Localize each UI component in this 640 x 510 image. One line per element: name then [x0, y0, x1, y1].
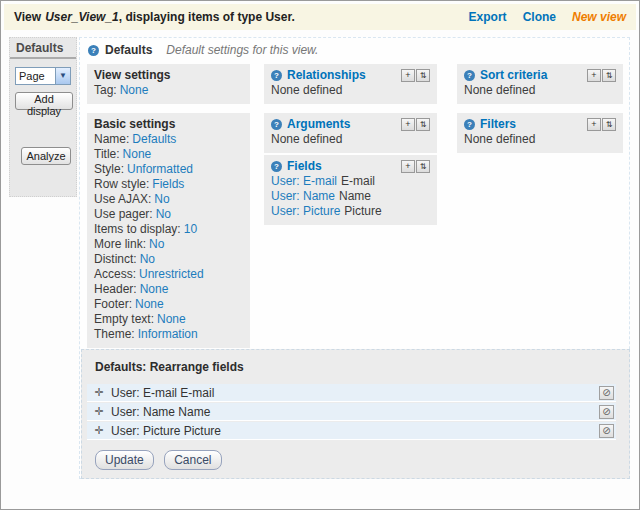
add-icon[interactable]: + [401, 160, 415, 173]
rearrange-icon[interactable]: ⇅ [416, 118, 430, 131]
help-icon[interactable]: ? [464, 70, 475, 81]
field-item: User: NameName [271, 189, 430, 204]
setting-label: Name: [94, 132, 129, 146]
remove-icon[interactable]: ⊘ [599, 386, 614, 400]
section-title: Defaults [105, 43, 152, 57]
setting-label: Distinct: [94, 252, 137, 266]
help-icon[interactable]: ? [271, 119, 282, 130]
rearrange-icon[interactable]: ⇅ [416, 69, 430, 82]
view-action-links: Export Clone New view [469, 10, 626, 24]
setting-value-link[interactable]: 10 [184, 222, 197, 236]
setting-label: Items to display: [94, 222, 181, 236]
new-view-link[interactable]: New view [572, 10, 626, 24]
update-button[interactable]: Update [95, 450, 154, 470]
filters-link[interactable]: Filters [480, 117, 516, 132]
field-link[interactable]: User: E-mail [271, 174, 337, 188]
setting-label: Row style: [94, 177, 149, 191]
view-name: User_View_1 [45, 10, 119, 24]
drag-handle-icon[interactable]: ✛ [87, 386, 111, 399]
field-link[interactable]: User: Picture [271, 204, 340, 218]
field-link[interactable]: User: Name [271, 189, 335, 203]
tab-defaults[interactable]: Defaults [10, 38, 76, 59]
setting-value-link[interactable]: No [156, 207, 171, 221]
help-icon[interactable]: ? [271, 161, 282, 172]
setting-value-link[interactable]: None [120, 83, 149, 97]
field-label-text: E-mail [341, 174, 375, 188]
field-label-text: Picture [344, 204, 381, 218]
setting-value-link[interactable]: Information [138, 327, 198, 341]
basic-settings-title: Basic settings [94, 117, 243, 132]
setting-row: Name:Defaults [94, 132, 243, 147]
setting-row: Header:None [94, 282, 243, 297]
add-icon[interactable]: + [587, 118, 601, 131]
setting-value-link[interactable]: Unformatted [127, 162, 193, 176]
setting-row: Distinct:No [94, 252, 243, 267]
add-icon[interactable]: + [401, 69, 415, 82]
display-type-select[interactable]: Page ▼ [15, 67, 71, 85]
views-edit-page: ViewUser_View_1, displaying items of typ… [0, 0, 640, 510]
setting-value-link[interactable]: Fields [152, 177, 184, 191]
setting-label: Access: [94, 267, 136, 281]
setting-row: Empty text:None [94, 312, 243, 327]
rearrange-icon[interactable]: ⇅ [602, 118, 616, 131]
setting-row: Tag:None [94, 83, 243, 98]
setting-label: Footer: [94, 297, 132, 311]
table-row: ✛ User: Picture Picture ⊘ [87, 422, 616, 440]
setting-label: Empty text: [94, 312, 154, 326]
panel-head: ? Sort criteria + ⇅ [464, 68, 616, 83]
table-row: ✛ User: E-mail E-mail ⊘ [87, 384, 616, 402]
field-label-text: Name [339, 189, 371, 203]
empty-text: None defined [271, 83, 430, 98]
help-icon[interactable]: ? [271, 70, 282, 81]
display-settings-panel: ? Defaults Default settings for this vie… [79, 37, 630, 479]
setting-row: Row style:Fields [94, 177, 243, 192]
fields-link[interactable]: Fields [287, 159, 322, 174]
drag-handle-icon[interactable]: ✛ [87, 405, 111, 418]
setting-label: Style: [94, 162, 124, 176]
empty-text: None defined [464, 132, 616, 147]
panel-title: ? Sort criteria [464, 68, 547, 83]
setting-value-link[interactable]: No [140, 252, 155, 266]
setting-value-link[interactable]: No [149, 237, 164, 251]
setting-value-link[interactable]: None [123, 147, 152, 161]
setting-value-link[interactable]: None [157, 312, 186, 326]
arguments-link[interactable]: Arguments [287, 117, 350, 132]
help-icon[interactable]: ? [88, 45, 99, 56]
cancel-button[interactable]: Cancel [164, 450, 221, 470]
rearrange-icon[interactable]: ⇅ [416, 160, 430, 173]
add-display-button[interactable]: Add display [15, 92, 73, 110]
setting-row: Title:None [94, 147, 243, 162]
rearrange-fields-form: Defaults: Rearrange fields ✛ User: E-mai… [81, 349, 630, 479]
rearrange-icon[interactable]: ⇅ [602, 69, 616, 82]
rearrange-title: Defaults: Rearrange fields [82, 350, 629, 384]
add-icon[interactable]: + [587, 69, 601, 82]
clone-link[interactable]: Clone [523, 10, 556, 24]
form-actions: Update Cancel [82, 441, 629, 470]
sort-criteria-link[interactable]: Sort criteria [480, 68, 547, 83]
analyze-button[interactable]: Analyze [21, 147, 71, 165]
remove-icon[interactable]: ⊘ [599, 424, 614, 438]
relationships-link[interactable]: Relationships [287, 68, 366, 83]
setting-value-link[interactable]: None [140, 282, 169, 296]
drag-handle-icon[interactable]: ✛ [87, 424, 111, 437]
setting-row: Use pager:No [94, 207, 243, 222]
add-icon[interactable]: + [401, 118, 415, 131]
setting-value-link[interactable]: No [154, 192, 169, 206]
sort-criteria-box: ? Sort criteria + ⇅ None defined [457, 64, 623, 104]
setting-label: Theme: [94, 327, 135, 341]
setting-value-link[interactable]: Unrestricted [139, 267, 204, 281]
basic-settings-box: Basic settings Name:Defaults Title:None … [87, 113, 250, 348]
help-icon[interactable]: ? [464, 119, 475, 130]
setting-value-link[interactable]: None [135, 297, 164, 311]
field-item: User: PicturePicture [271, 204, 430, 219]
remove-icon[interactable]: ⊘ [599, 405, 614, 419]
page-title: ViewUser_View_1, displaying items of typ… [14, 10, 295, 24]
sidebar-controls: Page ▼ Add display Analyze [10, 59, 76, 165]
row-label: User: Picture Picture [111, 424, 599, 438]
setting-label: Use AJAX: [94, 192, 151, 206]
export-link[interactable]: Export [469, 10, 507, 24]
rearrange-rows: ✛ User: E-mail E-mail ⊘ ✛ User: Name Nam… [87, 384, 616, 440]
view-settings-title: View settings [94, 68, 243, 83]
setting-value-link[interactable]: Defaults [132, 132, 176, 146]
setting-row: Footer:None [94, 297, 243, 312]
